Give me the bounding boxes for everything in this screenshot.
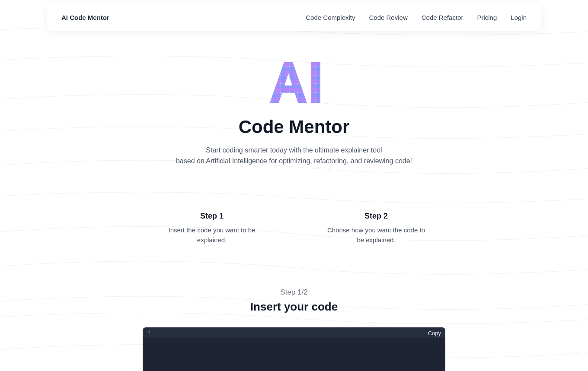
- hero-title: Code Mentor: [0, 117, 588, 137]
- code-input-section: Step 1/2 Insert your code 1 Copy: [0, 288, 588, 371]
- step-2-title: Step 2: [324, 212, 428, 221]
- hero-subtitle-line2: based on Artificial Intelligence for opt…: [176, 157, 412, 165]
- hero-section: Code Mentor Start coding smarter today w…: [0, 62, 588, 167]
- step-1-title: Step 1: [160, 212, 264, 221]
- step-1: Step 1 Insert the code you want to be ex…: [160, 212, 264, 245]
- code-editor[interactable]: 1 Copy: [143, 327, 445, 371]
- brand-title[interactable]: AI Code Mentor: [61, 14, 109, 21]
- code-editor-header: 1 Copy: [143, 327, 445, 338]
- hero-subtitle: Start coding smarter today with the ulti…: [0, 145, 588, 167]
- nav-link-code-review[interactable]: Code Review: [369, 14, 408, 21]
- ai-logo-icon: [268, 62, 320, 103]
- steps-section: Step 1 Insert the code you want to be ex…: [0, 212, 588, 245]
- nav-link-pricing[interactable]: Pricing: [477, 14, 497, 21]
- step-indicator: Step 1/2: [0, 288, 588, 297]
- code-editor-body[interactable]: [143, 338, 445, 371]
- nav-link-code-complexity[interactable]: Code Complexity: [306, 14, 355, 21]
- nav-link-login[interactable]: Login: [511, 14, 527, 21]
- code-section-title: Insert your code: [0, 300, 588, 314]
- copy-button[interactable]: Copy: [428, 330, 441, 336]
- nav-links: Code Complexity Code Review Code Refacto…: [306, 14, 527, 21]
- step-1-desc: Insert the code you want to be explained…: [160, 225, 264, 245]
- step-2: Step 2 Choose how you want the code to b…: [324, 212, 428, 245]
- navbar: AI Code Mentor Code Complexity Code Revi…: [47, 3, 541, 31]
- line-number: 1: [147, 330, 151, 336]
- svg-rect-2: [311, 62, 320, 103]
- step-2-desc: Choose how you want the code to be expla…: [324, 225, 428, 245]
- hero-subtitle-line1: Start coding smarter today with the ulti…: [206, 146, 382, 154]
- nav-link-code-refactor[interactable]: Code Refactor: [422, 14, 463, 21]
